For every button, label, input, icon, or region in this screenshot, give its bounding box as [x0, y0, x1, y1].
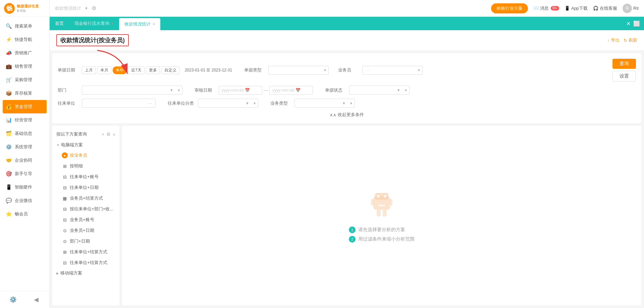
sidebar-item-enterprise[interactable]: 🤝 企业协同 — [0, 154, 49, 167]
sidebar-item-sales[interactable]: 💼 销售管理 — [0, 60, 49, 73]
search-menu-icon: 🔍 — [5, 23, 12, 30]
quick-nav-icon: ⚡ — [5, 36, 12, 43]
logo-text: 畅捷通好生意 标准版 — [17, 4, 39, 13]
header-left: 收款情况统计 ▾ ⚙ — [55, 5, 96, 11]
trial-button[interactable]: 体验行业方案 — [491, 3, 528, 13]
scheme-collapse-icon[interactable]: « — [113, 132, 115, 137]
tab-close-bank-flow[interactable]: × — [111, 21, 114, 26]
sidebar-item-marketing[interactable]: 📣 营销推广 — [0, 46, 49, 60]
clock-icon-1: ⊙ — [62, 227, 68, 234]
app-download-button[interactable]: 📱 App下载 — [565, 5, 588, 11]
finance-icon: 💰 — [5, 103, 12, 110]
biz-type-label: 业务类型 — [270, 100, 290, 106]
review-date-start[interactable]: yyyy-mm-dd 📅 — [219, 86, 262, 95]
sidebar-item-hardware[interactable]: 📱 智能硬件 — [0, 181, 49, 194]
scheme-item-partner-date[interactable]: ⊟ 往来单位+日期 — [52, 182, 119, 193]
biz-type-select[interactable]: ▾ — [294, 99, 355, 108]
date-btn-7days[interactable]: 近7天 — [128, 66, 145, 74]
right-area: 1 请先选择要分析的方案 2 用过滤条件来缩小分析范围 — [122, 126, 641, 305]
scheme-settings-icon[interactable]: ⚙ — [106, 132, 111, 137]
breadcrumb-dropdown-icon[interactable]: ▾ — [85, 6, 88, 11]
sidebar-item-wechat[interactable]: 💬 企业微信 — [0, 194, 49, 207]
sidebar-item-finance[interactable]: 💰 资金管理 — [3, 100, 47, 113]
date-btn-custom[interactable]: 自定义 — [161, 66, 179, 74]
sidebar-item-system[interactable]: ⚙️ 系统管理 — [0, 140, 49, 154]
system-icon: ⚙️ — [5, 144, 12, 150]
doc-type-select[interactable] — [268, 66, 329, 75]
scheme-item-partner-dept-collect[interactable]: ⊟ 按往来单位+部门+收... — [52, 204, 119, 214]
scheme-item-dept-date[interactable]: ⊙ 部门+日期 — [52, 236, 119, 247]
sidebar-nav: 🔍 搜索菜单 ⚡ 快捷导航 📣 营销推广 💼 销售管理 🛒 采购管理 📦 库存核… — [0, 17, 49, 291]
online-service-button[interactable]: 🎧 在线客服 — [593, 5, 617, 11]
scheme-item-by-salesman[interactable]: ● 按业务员 — [52, 150, 119, 161]
top-header: 收款情况统计 ▾ ⚙ 体验行业方案 ✉️ 消息 99+ 📱 App下载 🎧 在线… — [50, 0, 644, 17]
scheme-item-salesman-account[interactable]: ⊟ 业务员+账号 — [52, 214, 119, 225]
scheme-item-salesman-settle[interactable]: ▦ 业务员+结算方式 — [52, 193, 119, 204]
clock-icon-2: ⊙ — [62, 238, 68, 244]
tab-home[interactable]: 首页 — [50, 17, 69, 30]
salesman-input[interactable]: ··· — [362, 66, 423, 75]
date-btn-this-month[interactable]: 本月 — [97, 66, 111, 74]
user-avatar[interactable]: R Rit — [623, 4, 639, 13]
review-date-end[interactable]: yyyy-mm-dd 📅 — [269, 86, 313, 95]
table-icon-3: ⊟ — [62, 206, 68, 212]
filter-row-2: 部门 ▾ 审核日期 yyyy-mm-dd 📅 — yyyy-mm-dd — [58, 86, 636, 95]
export-button[interactable]: ↑ 导出 — [607, 37, 620, 43]
maximize-icon[interactable]: ⬜ — [633, 20, 640, 27]
wechat-icon: 💬 — [5, 197, 12, 204]
message-button[interactable]: ✉️ 消息 99+ — [533, 5, 559, 11]
biz-type-wrapper: ▾ — [294, 99, 355, 108]
scheme-item-partner-settle2[interactable]: ⊟ 往来单位+结算方式 — [52, 257, 119, 268]
scheme-add-icon[interactable]: + — [102, 132, 104, 137]
guide-icon: 🎯 — [5, 170, 12, 177]
date-btn-this-year[interactable]: 本年 — [113, 66, 127, 74]
date-shortcuts: 上月 本月 本年 近7天 更多 自定义 — [82, 66, 179, 74]
step-num-2: 2 — [349, 236, 356, 243]
mobile-expand-icon: ▶ — [56, 271, 59, 275]
date-btn-more[interactable]: 更多 — [146, 66, 160, 74]
tab-bank-flow[interactable]: 现金银行流水查询 × — [69, 17, 119, 30]
desktop-group-title[interactable]: ▼ 电脑端方案 — [52, 140, 119, 150]
avatar: R — [623, 4, 632, 13]
scheme-item-partner-account[interactable]: ⊟ 往来单位+账号 — [52, 171, 119, 182]
set-button[interactable]: 设置 — [612, 71, 636, 82]
partner-input[interactable]: ··· — [82, 99, 156, 108]
collapse-sidebar-icon[interactable]: ◀ — [26, 294, 47, 305]
partner-category-select[interactable]: ▾ — [198, 99, 258, 108]
message-icon: ✉️ — [533, 6, 539, 11]
partner-category-wrapper: ▾ — [198, 99, 258, 108]
scheme-item-salesman-date[interactable]: ⊙ 业务员+日期 — [52, 225, 119, 236]
enterprise-icon: 🤝 — [5, 157, 12, 164]
sidebar-item-guide[interactable]: 🎯 新手引导 — [0, 167, 49, 181]
dept-input[interactable]: ▾ — [82, 86, 182, 95]
sidebar-item-quick-nav[interactable]: ⚡ 快捷导航 — [0, 33, 49, 46]
sidebar-item-basic[interactable]: 🗂️ 基础信息 — [0, 127, 49, 140]
settings-bottom-icon[interactable]: ⚙️ — [3, 294, 23, 305]
tab-close-receipt-stats[interactable]: × — [153, 22, 155, 27]
sidebar-item-member[interactable]: ⭐ 畅会员 — [0, 207, 49, 221]
empty-state: 1 请先选择要分析的方案 2 用过滤条件来缩小分析范围 — [122, 126, 641, 305]
sidebar-item-inventory[interactable]: 📦 库存核算 — [0, 87, 49, 100]
svg-rect-7 — [377, 210, 381, 216]
header-settings-icon[interactable]: ⚙ — [92, 5, 96, 11]
tab-receipt-stats[interactable]: 收款情况统计 × — [119, 18, 160, 30]
sidebar-item-purchase[interactable]: 🛒 采购管理 — [0, 73, 49, 87]
refresh-button[interactable]: ↻ 刷新 — [624, 37, 637, 43]
content-body: 按以下方案查询 + ⚙ « ▼ 电脑端方案 ● 按业务员 — [50, 126, 644, 308]
table-icon-1: ⊟ — [62, 174, 68, 180]
collapse-button[interactable]: ∧∧ 收起更多条件 — [330, 112, 364, 118]
scheme-item-partner-settle1[interactable]: ⊞ 往来单位+结算方式 — [52, 247, 119, 257]
doc-status-select[interactable]: ▾ — [349, 86, 410, 95]
close-tab-icon[interactable]: ✕ — [626, 20, 631, 27]
scheme-item-by-detail[interactable]: ⊞ 按明细 — [52, 161, 119, 171]
export-icon: ↑ — [607, 38, 610, 43]
tab-bar: 首页 现金银行流水查询 × 收款情况统计 × ✕ ⬜ — [50, 17, 644, 30]
query-button[interactable]: 查询 — [612, 59, 636, 69]
download-icon: 📱 — [565, 6, 570, 11]
sidebar-item-operation[interactable]: 📊 经营管理 — [0, 113, 49, 127]
sidebar-item-search-menu[interactable]: 🔍 搜索菜单 — [0, 19, 49, 33]
refresh-icon: ↻ — [624, 38, 627, 43]
doc-status-label: 单据状态 — [325, 87, 345, 93]
date-btn-last-month[interactable]: 上月 — [82, 66, 96, 74]
mobile-group-title[interactable]: ▶ 移动端方案 — [52, 268, 119, 278]
